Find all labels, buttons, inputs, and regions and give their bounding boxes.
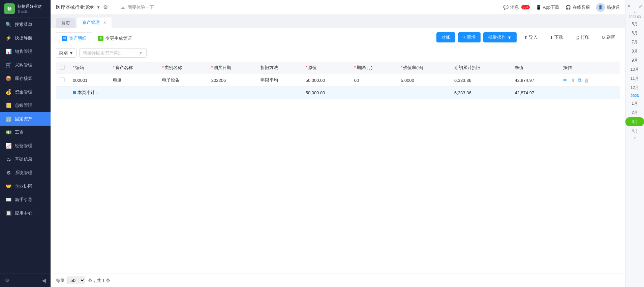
pause-icon[interactable]: ⏸ <box>570 77 575 83</box>
reconcile-button[interactable]: 对账 <box>436 32 455 42</box>
sidebar-item-label: 库存核算 <box>15 75 32 82</box>
download-label2: 下载 <box>554 34 563 40</box>
pagination-bar: 每页 50 100 200 条，共 1 条 <box>51 274 625 287</box>
tab-asset-management[interactable]: 资产管理 ✕ <box>77 18 112 28</box>
sidebar-item-label: 基础信息 <box>15 156 32 162</box>
month-9[interactable]: 9月 <box>625 56 644 65</box>
month-6[interactable]: 6月 <box>625 29 644 38</box>
filter-bar: 类别 ▼ 请选择固定资产类别 ▼ <box>56 48 620 58</box>
download-button[interactable]: 📱 App下载 <box>536 4 559 10</box>
cell-residual: 5.0000 <box>397 74 450 87</box>
download-icon2: ⬇ <box>550 35 553 40</box>
sidebar-item-operations[interactable]: 📈 经营管理 <box>0 139 51 153</box>
year-label-prev: 2023.03 <box>628 14 641 20</box>
inventory-icon: 📦 <box>5 75 11 82</box>
user-info[interactable]: 👤 畅捷通 <box>596 3 620 12</box>
sidebar-item-sales[interactable]: 📊 销售管理 <box>0 45 51 58</box>
subtab-voucher[interactable]: 变 变更生成凭证 <box>92 32 137 44</box>
sidebar-item-inventory[interactable]: 📦 库存核算 <box>0 72 51 85</box>
row-checkbox[interactable] <box>60 77 65 82</box>
download-button[interactable]: ⬇ 下载 <box>545 33 568 42</box>
select-all-header[interactable] <box>56 62 69 74</box>
import-button[interactable]: ⬆ 导入 <box>519 33 542 42</box>
col-category: *类别名称 <box>158 62 207 74</box>
messages-button[interactable]: 💬 消息 99+ <box>503 4 530 10</box>
sidebar-item-app-center[interactable]: 🔲 应用中心 <box>0 206 51 220</box>
message-icon: 💬 <box>503 5 509 10</box>
app-edition: 普及版 <box>18 9 42 14</box>
month-10[interactable]: 10月 <box>625 65 644 74</box>
category-input[interactable]: 请选择固定资产类别 ▼ <box>79 48 147 58</box>
settings-icon[interactable]: ⚙ <box>5 277 9 284</box>
system-icon: ⚙ <box>5 170 11 176</box>
sidebar-item-enterprise[interactable]: 🤝 企业协同 <box>0 180 51 193</box>
batch-ops-button[interactable]: 批量操作 ▼ <box>483 32 517 42</box>
subtotal-accumulated: 6,333.36 <box>450 87 511 99</box>
sidebar-item-label: 企业协同 <box>15 183 32 189</box>
month-4[interactable]: 4月 <box>625 126 644 135</box>
sidebar-item-quick-nav[interactable]: ⚡ 快捷导航 <box>0 31 51 45</box>
col-code: *编码 <box>69 62 109 74</box>
sidebar-item-search[interactable]: 🔍 搜索菜单 <box>0 18 51 31</box>
tab-close-icon[interactable]: ✕ <box>103 21 106 25</box>
refresh-button[interactable]: ↻ 刷新 <box>597 33 620 42</box>
month-5[interactable]: 5月 <box>625 20 644 29</box>
sidebar-item-basic-info[interactable]: 🗂 基础信息 <box>0 153 51 166</box>
copy-icon[interactable]: ⧉ <box>578 77 582 83</box>
right-panel-close-icon[interactable]: ✕ <box>627 3 631 9</box>
table-row: 000001 电脑 电子设备 202206 年限平均 50,000.00 60 … <box>56 74 620 87</box>
experience-text[interactable]: 我要体验一下 <box>128 4 154 10</box>
sidebar: 畅 畅捷通好业财 普及版 🔍 搜索菜单 ⚡ 快捷导航 📊 销售管理 🛒 采购管理… <box>0 0 51 287</box>
month-8[interactable]: 8月 <box>625 47 644 56</box>
sidebar-item-ledger[interactable]: 📒 总账管理 <box>0 99 51 112</box>
topbar-settings-icon[interactable]: ⚙ <box>103 4 108 10</box>
per-page-select[interactable]: 50 100 200 <box>67 277 85 284</box>
month-1[interactable]: 1月 <box>625 99 644 108</box>
month-7[interactable]: 7月 <box>625 38 644 47</box>
subtotal-label: 本页小计： <box>78 90 99 96</box>
subtab-voucher-label: 变更生成凭证 <box>105 35 132 41</box>
tab-home[interactable]: 首页 <box>56 18 75 28</box>
user-name: 畅捷通 <box>607 4 620 10</box>
per-page-label: 每页 <box>56 278 65 284</box>
import-icon: ⬆ <box>524 35 528 40</box>
new-button[interactable]: + 新增 <box>458 32 481 42</box>
print-label: 打印 <box>581 34 589 40</box>
month-12[interactable]: 12月 <box>625 83 644 92</box>
sidebar-item-system[interactable]: ⚙ 系统管理 <box>0 166 51 180</box>
sidebar-item-label: 采购管理 <box>15 62 32 68</box>
tab-asset-label: 资产管理 <box>82 20 100 25</box>
collapse-sidebar-icon[interactable]: ◀ <box>42 277 46 284</box>
sidebar-item-funds[interactable]: 💰 资金管理 <box>0 85 51 99</box>
sidebar-item-fixed-assets[interactable]: 🏢 固定资产 <box>0 112 51 126</box>
subtab-asset-detail[interactable]: 明 资产明细 <box>56 32 92 44</box>
delete-icon[interactable]: 🗑 <box>584 77 589 83</box>
scroll-down-icon[interactable]: ▼ <box>633 135 637 140</box>
right-panel-expand-icon[interactable]: ⤢ <box>639 3 643 9</box>
select-all-checkbox[interactable] <box>60 65 65 70</box>
service-icon: 🎧 <box>565 5 571 10</box>
company-dropdown-icon[interactable]: ▼ <box>96 5 100 10</box>
batch-ops-label: 批量操作 <box>488 34 506 40</box>
print-button[interactable]: 🖨 打印 <box>571 33 594 42</box>
sidebar-item-salary[interactable]: 💵 工资 <box>0 126 51 139</box>
service-button[interactable]: 🎧 在线客服 <box>565 4 590 10</box>
funds-icon: 💰 <box>5 89 11 95</box>
month-11[interactable]: 11月 <box>625 74 644 83</box>
row-checkbox-cell[interactable] <box>56 74 69 87</box>
ledger-icon: 📒 <box>5 102 11 108</box>
cell-category: 电子设备 <box>158 74 207 87</box>
month-3-active[interactable]: 3月 <box>625 117 644 126</box>
subtotal-checkbox-cell <box>56 87 69 99</box>
col-net-value: 净值 <box>511 62 559 74</box>
sidebar-item-guide[interactable]: 📖 新手引导 <box>0 193 51 206</box>
content-area: 明 资产明细 变 变更生成凭证 对账 + 新增 批量操作 ▼ ⬆ <box>51 28 625 287</box>
month-2[interactable]: 2月 <box>625 108 644 117</box>
cell-original-value: 50,000.00 <box>302 74 350 87</box>
subtotal-period <box>350 87 397 99</box>
sidebar-item-purchase[interactable]: 🛒 采购管理 <box>0 58 51 72</box>
scroll-up-icon[interactable]: ▲ <box>633 9 637 14</box>
category-filter[interactable]: 类别 ▼ <box>56 48 76 58</box>
edit-icon[interactable]: ✏ <box>563 77 568 83</box>
search-icon: 🔍 <box>5 22 11 28</box>
